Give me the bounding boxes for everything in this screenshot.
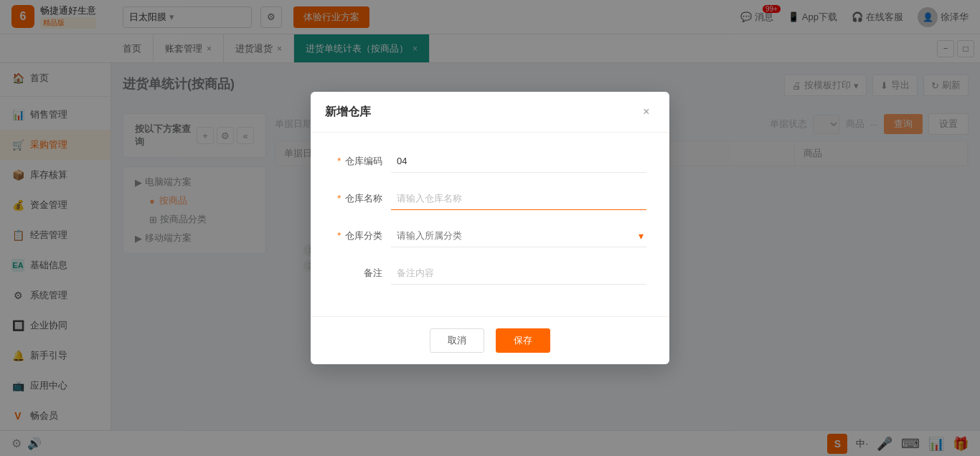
warehouse-name-row: * 仓库名称 (334, 187, 646, 210)
modal-footer: 取消 保存 (311, 316, 669, 364)
warehouse-category-select-wrap: ▾ (391, 224, 646, 247)
modal-body: * 仓库编码 * 仓库名称 * 仓库分类 (311, 133, 669, 316)
warehouse-code-row: * 仓库编码 (334, 150, 646, 173)
warehouse-name-label: * 仓库名称 (334, 192, 391, 205)
remark-label: 备注 (334, 267, 391, 280)
warehouse-code-label: * 仓库编码 (334, 155, 391, 168)
warehouse-name-input[interactable] (391, 187, 646, 210)
warehouse-category-row: * 仓库分类 ▾ (334, 224, 646, 247)
warehouse-code-input[interactable] (391, 150, 646, 173)
save-button[interactable]: 保存 (496, 328, 550, 353)
modal-backdrop: 新增仓库 × * 仓库编码 * 仓库名称 (0, 0, 980, 456)
cancel-button[interactable]: 取消 (430, 328, 484, 353)
modal-title: 新增仓库 (325, 105, 371, 120)
remark-row: 备注 (334, 262, 646, 285)
warehouse-category-label: * 仓库分类 (334, 229, 391, 242)
warehouse-category-input[interactable] (391, 224, 646, 247)
remark-input[interactable] (391, 262, 646, 285)
modal-close-button[interactable]: × (638, 103, 655, 120)
modal-header: 新增仓库 × (311, 92, 669, 133)
add-warehouse-modal: 新增仓库 × * 仓库编码 * 仓库名称 (311, 92, 669, 364)
